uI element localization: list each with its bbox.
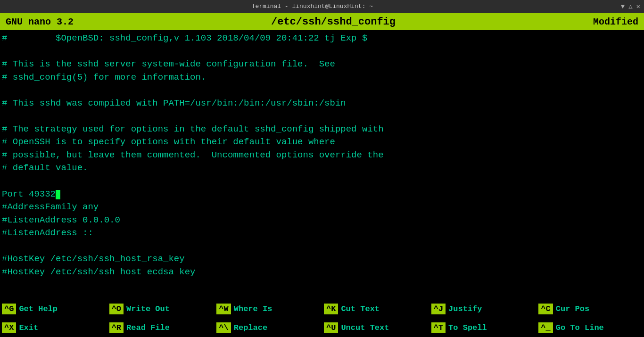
shortcut-key: ^J (431, 304, 446, 314)
shortcut-key: ^_ (538, 322, 553, 333)
shortcut-item[interactable]: ^_Go To Line (537, 318, 644, 337)
title-text: Terminal - linuxhint@LinuxHint: ~ (4, 3, 621, 10)
shortcut-key: ^O (109, 304, 124, 314)
shortcut-item[interactable]: ^JJustify (429, 299, 537, 318)
close-icon[interactable]: ✕ (636, 2, 640, 10)
shortcut-label: Cur Pos (556, 304, 589, 313)
shortcut-key: ^G (2, 304, 16, 314)
shortcut-label: Replace (234, 323, 267, 332)
title-bar-right: ▼ △ ✕ (621, 2, 640, 10)
editor-line: # possible, but leave them commented. Un… (2, 149, 642, 162)
editor-line: # OpenSSH is to specify options with the… (2, 136, 642, 149)
shortcut-label: To Spell (448, 323, 487, 332)
shortcut-label: Uncut Text (341, 323, 389, 332)
editor-line: # This is the sshd server system-wide co… (2, 58, 642, 71)
editor-line: #ListenAddress 0.0.0.0 (2, 214, 642, 227)
shortcut-row-1: ^GGet Help^OWrite Out^WWhere Is^KCut Tex… (0, 299, 644, 318)
shortcut-item[interactable]: ^OWrite Out (107, 299, 215, 318)
editor-line: # $OpenBSD: sshd_config,v 1.103 2018/04/… (2, 32, 642, 45)
editor-area[interactable]: # $OpenBSD: sshd_config,v 1.103 2018/04/… (0, 30, 644, 299)
nano-modified: Modified (593, 16, 638, 27)
editor-line (2, 45, 642, 58)
shortcut-label: Justify (448, 304, 482, 313)
shortcut-label: Read File (126, 323, 170, 332)
editor-line (2, 240, 642, 253)
shortcut-item[interactable]: ^GGet Help (0, 299, 107, 318)
text-cursor (56, 190, 60, 199)
shortcut-item[interactable]: ^RRead File (107, 318, 215, 337)
editor-line: Port 49332 (2, 188, 642, 201)
shortcut-key: ^K (324, 304, 338, 314)
editor-line: # This sshd was compiled with PATH=/usr/… (2, 97, 642, 110)
shortcut-row-2: ^XExit^RRead File^\Replace^UUncut Text^T… (0, 318, 644, 337)
shortcut-label: Where Is (234, 304, 272, 313)
shortcut-item[interactable]: ^CCur Pos (537, 299, 644, 318)
editor-line: #HostKey /etc/ssh/ssh_host_rsa_key (2, 253, 642, 266)
shortcut-item[interactable]: ^XExit (0, 318, 107, 337)
shortcut-label: Exit (19, 323, 38, 332)
editor-line (2, 175, 642, 188)
minimize-icon[interactable]: ▼ (621, 3, 625, 10)
editor-line: # sshd_config(5) for more information. (2, 71, 642, 84)
editor-line: # default value. (2, 162, 642, 175)
shortcut-item[interactable]: ^KCut Text (322, 299, 429, 318)
maximize-icon[interactable]: △ (628, 2, 632, 10)
shortcut-key: ^T (431, 322, 446, 333)
title-bar: Terminal - linuxhint@LinuxHint: ~ ▼ △ ✕ (0, 0, 644, 13)
editor-line: # The strategy used for options in the d… (2, 123, 642, 136)
shortcut-item[interactable]: ^TTo Spell (429, 318, 537, 337)
nano-filename: /etc/ssh/sshd_config (271, 16, 396, 28)
shortcut-key: ^U (324, 322, 338, 333)
shortcut-item[interactable]: ^WWhere Is (215, 299, 322, 318)
editor-line (2, 110, 642, 123)
nano-version: GNU nano 3.2 (6, 16, 74, 27)
shortcut-key: ^X (2, 322, 16, 333)
shortcut-item[interactable]: ^UUncut Text (322, 318, 429, 337)
shortcut-key: ^R (109, 322, 124, 333)
editor-line: #ListenAddress :: (2, 227, 642, 240)
shortcut-bar: ^GGet Help^OWrite Out^WWhere Is^KCut Tex… (0, 299, 644, 337)
nano-header: GNU nano 3.2 /etc/ssh/sshd_config Modifi… (0, 13, 644, 30)
shortcut-item[interactable]: ^\Replace (215, 318, 322, 337)
shortcut-key: ^C (538, 304, 553, 314)
shortcut-label: Cut Text (341, 304, 380, 313)
shortcut-key: ^\ (216, 322, 231, 333)
shortcut-label: Write Out (126, 304, 170, 313)
shortcut-label: Get Help (19, 304, 58, 313)
shortcut-key: ^W (216, 304, 231, 314)
editor-line (2, 84, 642, 97)
editor-line: #HostKey /etc/ssh/ssh_host_ecdsa_key (2, 266, 642, 279)
shortcut-label: Go To Line (556, 323, 604, 332)
editor-line: #AddressFamily any (2, 201, 642, 214)
